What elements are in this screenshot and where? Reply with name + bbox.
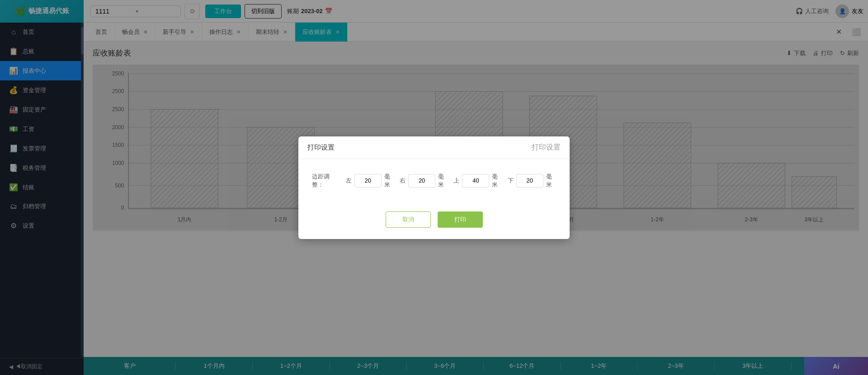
- print-dialog: 打印设置 打印设置 边距调整： 左 毫米 右 毫米 上: [298, 136, 570, 239]
- right-direction-label: 右: [400, 177, 406, 185]
- left-unit-label: 毫米: [384, 173, 394, 189]
- modal-body: 边距调整： 左 毫米 右 毫米 上 毫米 下: [298, 159, 570, 207]
- modal-header: 打印设置 打印设置: [298, 136, 570, 159]
- margin-right-group: 右 毫米: [400, 173, 448, 189]
- modal-overlay: 打印设置 打印设置 边距调整： 左 毫米 右 毫米 上: [0, 0, 868, 375]
- top-direction-label: 上: [453, 177, 459, 185]
- margin-label: 边距调整：: [312, 173, 340, 189]
- margin-left-input[interactable]: [354, 174, 382, 188]
- margin-left-group: 左 毫米: [346, 173, 394, 189]
- modal-footer: 取消 打印: [298, 207, 570, 239]
- margin-right-input[interactable]: [408, 174, 435, 188]
- margin-bottom-group: 下 毫米: [508, 173, 556, 189]
- confirm-print-button[interactable]: 打印: [438, 211, 483, 228]
- cancel-button[interactable]: 取消: [386, 211, 431, 228]
- modal-close-button[interactable]: 打印设置: [532, 143, 561, 152]
- modal-title: 打印设置: [307, 143, 335, 152]
- left-direction-label: 左: [346, 177, 352, 185]
- bottom-unit-label: 毫米: [546, 173, 556, 189]
- margin-bottom-input[interactable]: [516, 174, 543, 188]
- top-unit-label: 毫米: [492, 173, 502, 189]
- bottom-direction-label: 下: [508, 177, 514, 185]
- margin-row: 边距调整： 左 毫米 右 毫米 上 毫米 下: [312, 173, 556, 189]
- margin-top-group: 上 毫米: [453, 173, 502, 189]
- right-unit-label: 毫米: [438, 173, 448, 189]
- margin-top-input[interactable]: [462, 174, 489, 188]
